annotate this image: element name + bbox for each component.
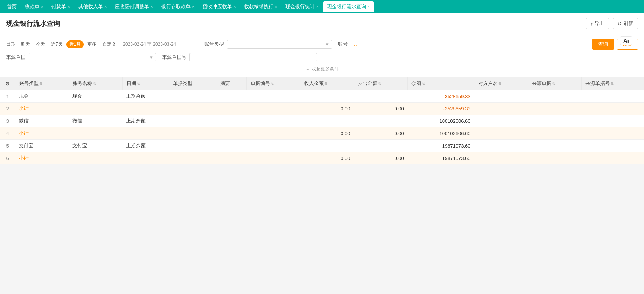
cell-balance: -3528659.33 [408, 90, 474, 103]
collapse-button[interactable]: ︿ 收起更多条件 [6, 64, 638, 74]
cell-doc_no [246, 115, 300, 127]
cell-income: 0.00 [300, 127, 354, 140]
export-icon: ↑ [591, 21, 593, 27]
account-dots-button[interactable]: ... [351, 41, 359, 48]
col-header-gear: ⚙ [0, 77, 15, 90]
cell-expense [354, 140, 408, 152]
nav-tab-付款单[interactable]: 付款单× [48, 1, 74, 12]
col-header-income[interactable]: 收入金额⇅ [300, 77, 354, 90]
refresh-button[interactable]: ↺ 刷新 [613, 18, 638, 29]
nav-tab-现金银行统计[interactable]: 现金银行统计× [282, 1, 322, 12]
sort-icon: ⇅ [378, 82, 381, 86]
cell-balance: 19871073.60 [408, 140, 474, 152]
close-icon[interactable]: × [316, 4, 318, 9]
cell-account_type: 微信 [15, 115, 69, 127]
cell-row_num: 2 [0, 103, 15, 115]
col-header-source_doc_no[interactable]: 来源单据号⇅ [582, 77, 644, 90]
cell-row_num: 5 [0, 140, 15, 152]
close-icon[interactable]: × [368, 4, 370, 9]
col-header-expense[interactable]: 支出金额⇅ [354, 77, 408, 90]
col-header-doc_no[interactable]: 单据编号⇅ [246, 77, 300, 90]
cell-account_name: 微信 [69, 115, 122, 127]
account-type-select[interactable]: ▾ [227, 40, 332, 49]
source-doc-no-input[interactable] [189, 53, 317, 61]
cell-income [300, 115, 354, 127]
close-icon[interactable]: × [233, 4, 236, 9]
cell-account_type: 小计 [15, 127, 69, 140]
account-label: 账号 [338, 41, 348, 48]
col-header-account_name[interactable]: 账号名称⇅ [69, 77, 122, 90]
nav-home[interactable]: 首页 [3, 3, 20, 10]
close-icon[interactable]: × [68, 4, 70, 9]
cell-counterpart [474, 127, 528, 140]
table-wrapper: ⚙账号类型⇅账号名称⇅日期⇅单据类型摘要单据编号⇅收入金额⇅支出金额⇅余额⇅对方… [0, 77, 644, 164]
cell-doc_type [169, 140, 216, 152]
refresh-icon: ↺ [618, 21, 622, 27]
close-icon[interactable]: × [41, 4, 43, 9]
cell-date: 上期余额 [122, 140, 169, 152]
col-header-doc_type: 单据类型 [169, 77, 216, 90]
cell-source_doc [528, 103, 582, 115]
cell-source_doc [528, 115, 582, 127]
data-table: ⚙账号类型⇅账号名称⇅日期⇅单据类型摘要单据编号⇅收入金额⇅支出金额⇅余额⇅对方… [0, 77, 644, 164]
nav-tab-应收应付调整单[interactable]: 应收应付调整单× [111, 1, 156, 12]
date-shortcut-近7天[interactable]: 近7天 [49, 40, 65, 48]
cell-doc_no [246, 90, 300, 103]
chevron-down-icon: ▾ [326, 42, 329, 47]
cell-source_doc [528, 140, 582, 152]
cell-account_type: 支付宝 [15, 140, 69, 152]
header-actions: ↑ 导出 ↺ 刷新 [586, 18, 638, 29]
date-shortcut-近1月[interactable]: 近1月 [66, 40, 84, 48]
table-row: 4小计0.000.00100102606.60 [0, 127, 644, 140]
cell-doc_type [169, 152, 216, 164]
close-icon[interactable]: × [104, 4, 107, 9]
table-row: 5支付宝支付宝上期余额19871073.60 [0, 140, 644, 152]
cell-balance: 100102606.60 [408, 127, 474, 140]
cell-account_name [69, 152, 122, 164]
cell-date [122, 127, 169, 140]
filter-area: 日期 昨天今天近7天近1月更多自定义 2023-02-24 至 2023-03-… [0, 34, 644, 77]
cell-balance: 19871073.60 [408, 152, 474, 164]
nav-tab-收款单[interactable]: 收款单× [21, 1, 47, 12]
col-header-date[interactable]: 日期⇅ [122, 77, 169, 90]
nav-tab-预收冲应收单[interactable]: 预收冲应收单× [199, 1, 239, 12]
cell-summary [216, 115, 246, 127]
cell-source_doc [528, 152, 582, 164]
col-header-account_type[interactable]: 账号类型⇅ [15, 77, 69, 90]
col-header-counterpart[interactable]: 对方户名⇅ [474, 77, 528, 90]
sort-icon: ⇅ [93, 82, 96, 86]
cell-row_num: 6 [0, 152, 15, 164]
col-header-balance[interactable]: 余额⇅ [408, 77, 474, 90]
col-header-summary: 摘要 [216, 77, 246, 90]
export-button[interactable]: ↑ 导出 [586, 18, 609, 29]
cell-date [122, 152, 169, 164]
query-button[interactable]: 查询 [592, 39, 614, 50]
col-header-source_doc[interactable]: 来源单据⇅ [528, 77, 582, 90]
cell-expense: 0.00 [354, 103, 408, 115]
cell-summary [216, 152, 246, 164]
nav-tab-收款核销执行[interactable]: 收款核销执行× [240, 1, 281, 12]
date-shortcut-自定义[interactable]: 自定义 [100, 40, 118, 48]
sort-icon: ⇅ [611, 82, 614, 86]
date-shortcut-更多[interactable]: 更多 [85, 40, 99, 48]
cell-counterpart [474, 152, 528, 164]
nav-tab-银行存取款单[interactable]: 银行存取款单× [158, 1, 198, 12]
gear-icon[interactable]: ⚙ [5, 81, 10, 87]
close-icon[interactable]: × [192, 4, 194, 9]
source-doc-select[interactable]: ▾ [29, 53, 156, 61]
cell-source_doc_no [582, 90, 644, 103]
close-icon[interactable]: × [275, 4, 277, 9]
cell-expense: 0.00 [354, 152, 408, 164]
cell-source_doc [528, 127, 582, 140]
date-shortcuts: 昨天今天近7天近1月更多自定义 [19, 40, 118, 48]
cell-summary [216, 103, 246, 115]
sort-icon: ⇅ [39, 82, 42, 86]
date-shortcut-昨天[interactable]: 昨天 [19, 40, 32, 48]
nav-tab-现金银行流水查询[interactable]: 现金银行流水查询× [323, 1, 374, 12]
nav-tab-其他收入单[interactable]: 其他收入单× [75, 1, 110, 12]
cell-counterpart [474, 140, 528, 152]
close-icon[interactable]: × [150, 4, 153, 9]
sort-icon: ⇅ [324, 82, 327, 86]
date-shortcut-今天[interactable]: 今天 [34, 40, 47, 48]
ai-badge[interactable]: Ai [620, 36, 632, 45]
